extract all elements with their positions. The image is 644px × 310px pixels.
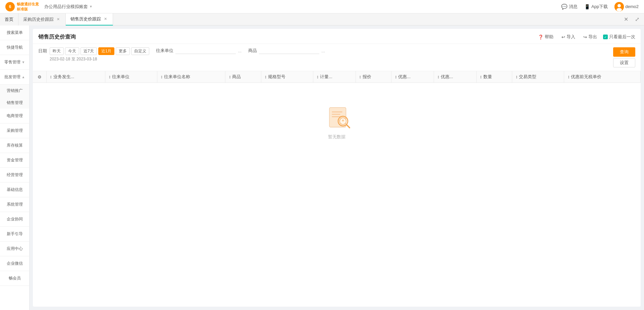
filter-area: 日期 昨天 今天 近7天 近1月 更多 自定义 2023-02-18 至 202… [33, 44, 641, 71]
date-btn-1month[interactable]: 近1月 [98, 47, 115, 55]
svg-text:6: 6 [9, 4, 11, 9]
sidebar-item-finance[interactable]: 资金管理 [0, 153, 29, 168]
th-product[interactable]: ↕ 商品 [225, 71, 261, 83]
table-header-row: ⚙ ↕ 业务发生... ↕ 往来单位 [33, 71, 641, 83]
user-area[interactable]: demo2 [614, 2, 639, 11]
system-label: 系统管理 [7, 202, 23, 207]
date-filter-group: 日期 昨天 今天 近7天 近1月 更多 自定义 2023-02-18 至 202… [38, 47, 149, 62]
product-input[interactable] [259, 47, 319, 54]
logo-text: 畅捷通好生意 标准版 [17, 2, 39, 11]
only-last-checkbox[interactable]: ✓ [603, 35, 608, 39]
svg-rect-6 [332, 111, 342, 112]
th-spec[interactable]: ↕ 规格型号 [261, 71, 313, 83]
svg-line-11 [346, 125, 350, 128]
help-btn[interactable]: ❓ 帮助 [536, 33, 555, 41]
th-discount1[interactable]: ↕ 优惠... [391, 71, 434, 83]
th-trade-type[interactable]: ↕ 交易类型 [512, 71, 564, 83]
sidebar-item-enterprise-collab[interactable]: 企业协同 [0, 212, 29, 227]
th-partner-code[interactable]: ↕ 往来单位 [105, 71, 157, 83]
ecommerce-label: 电商管理 [7, 113, 23, 119]
partner-input[interactable] [175, 47, 236, 54]
vip-label: 畅会员 [9, 275, 21, 281]
sidebar: 搜索菜单 快捷导航 零售管理 ▼ 批发管理 ▲ 营销推广 销售管理 电商管理 采… [0, 25, 30, 310]
sidebar-item-marketing[interactable]: 营销推广 [0, 85, 29, 97]
import-label: 导入 [567, 34, 575, 40]
wholesale-arrow-icon: ▲ [22, 75, 25, 79]
page-header: 销售历史价查询 ❓ 帮助 ↩ 导入 ↪ 导出 ✓ [33, 29, 641, 44]
th-partner-name-label: ↕ 往来单位名称 [161, 74, 190, 80]
sidebar-item-enterprise-wechat[interactable]: 企业微信 [0, 256, 29, 271]
retail-label: 零售管理 [4, 59, 20, 65]
sidebar-item-search-menu[interactable]: 搜索菜单 [0, 25, 29, 40]
page-actions: ❓ 帮助 ↩ 导入 ↪ 导出 ✓ 只看最后一次 [536, 33, 635, 41]
sidebar-item-vip[interactable]: 畅会员 [0, 271, 29, 286]
svg-rect-7 [332, 114, 340, 115]
svg-point-4 [616, 8, 622, 11]
tab-purchase-history[interactable]: 采购历史价跟踪 ✕ [18, 13, 66, 25]
date-filter-controls: 昨天 今天 近7天 近1月 更多 自定义 2023-02-18 至 2023-0… [50, 47, 149, 62]
app-selector[interactable]: 办公用品行业模拟账套 ▼ [42, 2, 95, 11]
sidebar-item-purchase[interactable]: 采购管理 [0, 123, 29, 138]
logo-icon: 6 [5, 2, 15, 11]
enterprise-collab-label: 企业协同 [7, 216, 23, 222]
th-partner-name[interactable]: ↕ 往来单位名称 [157, 71, 225, 83]
sidebar-item-system[interactable]: 系统管理 [0, 197, 29, 212]
settings-button[interactable]: 设置 [613, 58, 635, 67]
tab-purchase-close[interactable]: ✕ [56, 17, 61, 21]
message-btn[interactable]: 💬 消息 [561, 4, 578, 10]
sidebar-item-inventory[interactable]: 库存核算 [0, 138, 29, 153]
message-icon: 💬 [561, 4, 568, 10]
th-pre-tax-price[interactable]: ↕ 优惠前无税单价 [564, 71, 641, 83]
th-quantity[interactable]: ↕ 数量 [476, 71, 512, 83]
sales-mgmt-label: 销售管理 [7, 100, 23, 106]
th-gear[interactable]: ⚙ [33, 71, 46, 83]
product-dots: ... [321, 48, 325, 53]
app-download-btn[interactable]: 📱 App下载 [584, 4, 608, 10]
sidebar-item-new-guide[interactable]: 新手引导 [0, 227, 29, 242]
table-container: ⚙ ↕ 业务发生... ↕ 往来单位 [33, 71, 641, 307]
sidebar-item-wholesale[interactable]: 批发管理 ▲ [0, 70, 29, 85]
import-btn[interactable]: ↩ 导入 [559, 33, 577, 41]
sidebar-item-app-center[interactable]: 应用中心 [0, 242, 29, 256]
tab-sales-close[interactable]: ✕ [103, 17, 108, 21]
sidebar-item-sales-mgmt[interactable]: 销售管理 [0, 97, 29, 109]
product-filter-label: 商品 [248, 48, 257, 54]
tab-sales-history[interactable]: 销售历史价跟踪 ✕ [66, 13, 113, 25]
avatar [614, 2, 624, 11]
date-btn-more[interactable]: 更多 [116, 47, 130, 55]
import-icon: ↩ [561, 35, 565, 40]
export-btn[interactable]: ↪ 导出 [581, 33, 599, 41]
th-discount2[interactable]: ↕ 优惠... [434, 71, 476, 83]
sidebar-item-operations[interactable]: 经营管理 [0, 168, 29, 183]
inventory-label: 库存核算 [7, 143, 23, 148]
th-unit-label: ↕ 计量... [317, 74, 332, 80]
date-btn-yesterday[interactable]: 昨天 [50, 47, 64, 55]
th-unit[interactable]: ↕ 计量... [313, 71, 356, 83]
help-icon: ❓ [538, 35, 543, 40]
app-center-label: 应用中心 [7, 246, 23, 252]
maximize-window-btn[interactable]: ⤢ [633, 15, 641, 23]
partner-filter-field: 往来单位 ... [156, 47, 241, 54]
sidebar-item-retail[interactable]: 零售管理 ▼ [0, 55, 29, 70]
date-buttons: 昨天 今天 近7天 近1月 更多 自定义 [50, 47, 149, 55]
tab-bar-right: ✕ ⤢ [622, 15, 644, 23]
date-btn-custom[interactable]: 自定义 [131, 47, 149, 55]
data-table: ⚙ ↕ 业务发生... ↕ 往来单位 [33, 71, 641, 83]
th-quote[interactable]: ↕ 报价 [356, 71, 391, 83]
date-btn-7days[interactable]: 近7天 [80, 47, 97, 55]
only-last-checkbox-label[interactable]: ✓ 只看最后一次 [603, 34, 635, 40]
th-quote-label: ↕ 报价 [359, 74, 371, 80]
query-button[interactable]: 查询 [613, 47, 635, 57]
sidebar-item-quick-nav[interactable]: 快捷导航 [0, 40, 29, 55]
page-title: 销售历史价查询 [38, 34, 76, 41]
sidebar-item-ecommerce[interactable]: 电商管理 [0, 109, 29, 123]
page-content: 销售历史价查询 ❓ 帮助 ↩ 导入 ↪ 导出 ✓ [33, 29, 641, 307]
svg-point-3 [618, 4, 621, 7]
sidebar-item-basic-info[interactable]: 基础信息 [0, 183, 29, 197]
tab-home[interactable]: 首页 [0, 13, 18, 25]
date-btn-today[interactable]: 今天 [65, 47, 79, 55]
th-biz-date[interactable]: ↕ 业务发生... [46, 71, 105, 83]
th-quantity-label: ↕ 数量 [480, 74, 492, 80]
empty-state: 暂无数据 [33, 83, 641, 160]
close-window-btn[interactable]: ✕ [622, 15, 630, 23]
